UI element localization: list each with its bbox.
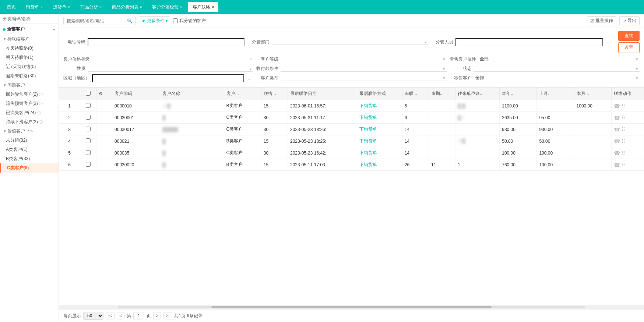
gender-select[interactable]: ∨ xyxy=(88,66,253,72)
retail-attr-select[interactable]: 全部 ∨ xyxy=(478,55,640,63)
row-checkbox-cell[interactable] xyxy=(80,124,96,135)
more-actions-icon[interactable]: ⠿ xyxy=(622,138,625,144)
nav-home[interactable]: 首页 xyxy=(3,4,20,10)
nav-tab-customer-contact[interactable]: 客户联络 × xyxy=(188,2,218,12)
sidebar-item-lost[interactable]: 已流失客户(24) ⓘ xyxy=(0,108,59,117)
nav-tab-analysis[interactable]: 商品分析 × xyxy=(76,2,106,12)
method-link[interactable]: 下销货单 xyxy=(359,150,377,155)
sidebar-item-today[interactable]: 今天待联络(0) xyxy=(0,44,59,53)
row-checkbox[interactable] xyxy=(86,115,91,120)
row-last-method[interactable]: 下销货单 xyxy=(357,112,402,124)
sidebar-item-7days[interactable]: 近7天待联络(0) xyxy=(0,62,59,71)
sidebar-group-pending[interactable]: ▼ 待联络客户 xyxy=(0,35,59,44)
row-checkbox[interactable] xyxy=(86,162,91,167)
method-link[interactable]: 下销货单 xyxy=(359,115,377,120)
nav-tab-purchase[interactable]: 进货单 × xyxy=(49,2,74,12)
retail-customer-select[interactable]: 全部 ∨ xyxy=(474,74,640,82)
contact-icon[interactable]: ☎ xyxy=(614,162,620,168)
sidebar-item-abnormal[interactable]: 回购异常客户(2) ⓘ xyxy=(0,90,59,99)
row-checkbox-cell[interactable] xyxy=(80,112,96,124)
region-input[interactable] xyxy=(92,74,244,82)
refresh-icon[interactable]: ↺ xyxy=(27,129,29,133)
settings-button[interactable]: 设置 xyxy=(618,42,640,53)
export-btn[interactable]: ↗ 导出 xyxy=(619,16,640,25)
row-checkbox[interactable] xyxy=(86,127,91,131)
sidebar-item-declining[interactable]: 持续下滑客户(2) ⓘ xyxy=(0,117,59,127)
manager-dots[interactable]: … xyxy=(605,39,612,45)
sidebar-item-warning[interactable]: 流失预警客户(3) ⓘ xyxy=(0,99,59,108)
my-customers-checkbox-label[interactable]: 我分管的客户 xyxy=(173,18,206,24)
per-page-select[interactable]: 50 20 100 xyxy=(83,312,103,320)
row-checkbox-cell[interactable] xyxy=(80,100,96,112)
more-actions-icon[interactable]: ⠿ xyxy=(622,127,625,132)
col-header-settings[interactable]: ⚙ xyxy=(96,88,112,100)
more-conditions-btn[interactable]: ▼ 更多条件 ▾ xyxy=(139,16,170,25)
gear-icon[interactable]: ⚙ xyxy=(99,91,103,96)
sidebar-all-customers[interactable]: ■ 全部客户 « xyxy=(0,24,59,35)
main-search-input[interactable] xyxy=(67,18,126,24)
my-customers-checkbox[interactable] xyxy=(173,18,178,23)
query-button[interactable]: 查询 xyxy=(618,31,640,41)
sidebar-item-tomorrow[interactable]: 明天待联络(1) xyxy=(0,53,59,62)
price-level-select[interactable]: ∨ xyxy=(92,56,253,62)
phone-input[interactable] xyxy=(88,38,244,46)
contact-icon[interactable]: ☎ xyxy=(614,138,620,144)
row-last-method[interactable]: 下销货单 xyxy=(357,147,402,159)
manager-input[interactable] xyxy=(455,38,603,46)
close-icon[interactable]: × xyxy=(140,5,142,9)
more-actions-icon[interactable]: ⠿ xyxy=(622,103,625,109)
horizontal-scrollbar[interactable] xyxy=(59,305,644,309)
customer-level-select[interactable]: ∨ xyxy=(281,56,446,62)
close-icon[interactable]: × xyxy=(99,5,102,9)
col-header-check[interactable] xyxy=(80,88,96,100)
more-actions-icon[interactable]: ⠿ xyxy=(622,162,625,168)
sidebar-item-class-b[interactable]: B类客户(33) xyxy=(0,154,59,163)
method-link[interactable]: 下销货单 xyxy=(359,138,377,144)
payment-select[interactable]: ∨ xyxy=(281,66,446,72)
row-checkbox[interactable] xyxy=(86,138,91,143)
row-last-method[interactable]: 下销货单 xyxy=(357,124,402,135)
nav-tab-customer-tier[interactable]: 客户分层经营 × xyxy=(148,2,187,12)
more-actions-icon[interactable]: ⠿ xyxy=(622,150,625,156)
contact-icon[interactable]: ☎ xyxy=(614,127,620,132)
contact-icon[interactable]: ☎ xyxy=(614,103,620,109)
row-checkbox[interactable] xyxy=(86,103,91,108)
more-actions-icon[interactable]: ⠿ xyxy=(622,115,625,121)
bulk-ops-btn[interactable]: ☑ 批量操作 xyxy=(587,16,616,25)
row-last-method[interactable]: 下销货单 xyxy=(357,135,402,147)
customer-type-select[interactable]: ∨ xyxy=(281,75,446,81)
close-icon[interactable]: × xyxy=(212,5,214,9)
sidebar-item-ungrouped[interactable]: 未分组(32) xyxy=(0,136,59,145)
method-link[interactable]: 下销货单 xyxy=(359,103,377,108)
edit-icon[interactable]: ✎ xyxy=(30,129,33,133)
nav-tab-analysis-list[interactable]: 商品分析列表 × xyxy=(108,2,147,12)
sidebar-item-class-c[interactable]: C类客户(6) xyxy=(0,163,59,173)
close-icon[interactable]: × xyxy=(180,5,182,9)
nav-tab-sales[interactable]: 销货单 × xyxy=(21,2,47,12)
sidebar-search-input[interactable] xyxy=(3,16,58,21)
sidebar-item-class-a[interactable]: A类客户(1) xyxy=(0,145,59,154)
next-page-btn[interactable]: > xyxy=(153,312,161,319)
row-checkbox[interactable] xyxy=(86,150,91,155)
contact-icon[interactable]: ☎ xyxy=(614,115,620,121)
sidebar-group-problem[interactable]: ▼ 问题客户 xyxy=(0,81,59,90)
sidebar-item-overdue[interactable]: 逾期未联络(30) xyxy=(0,71,59,81)
method-link[interactable]: 下销货单 xyxy=(359,127,377,132)
page-number-input[interactable] xyxy=(133,312,144,319)
row-checkbox-cell[interactable] xyxy=(80,135,96,147)
last-page-btn[interactable]: >| xyxy=(163,312,172,319)
contact-icon[interactable]: ☎ xyxy=(614,150,620,156)
scrollbar-thumb[interactable] xyxy=(211,306,492,308)
prev-page-btn[interactable]: < xyxy=(117,312,124,319)
search-icon[interactable]: 🔍 xyxy=(127,18,133,24)
row-last-method[interactable]: 下销货单 xyxy=(357,100,402,112)
region-dots[interactable]: … xyxy=(246,75,253,81)
dept-select[interactable]: ∨ xyxy=(272,39,429,45)
select-all-checkbox[interactable] xyxy=(86,91,91,96)
method-link[interactable]: 下销货单 xyxy=(359,162,377,167)
first-page-btn[interactable]: |< xyxy=(106,312,115,319)
sidebar-group-value[interactable]: ▼ 价值客户 ↺ ✎ xyxy=(0,127,59,136)
close-icon[interactable]: × xyxy=(68,5,70,9)
status-select[interactable]: ∨ xyxy=(474,66,640,72)
row-checkbox-cell[interactable] xyxy=(80,159,96,171)
